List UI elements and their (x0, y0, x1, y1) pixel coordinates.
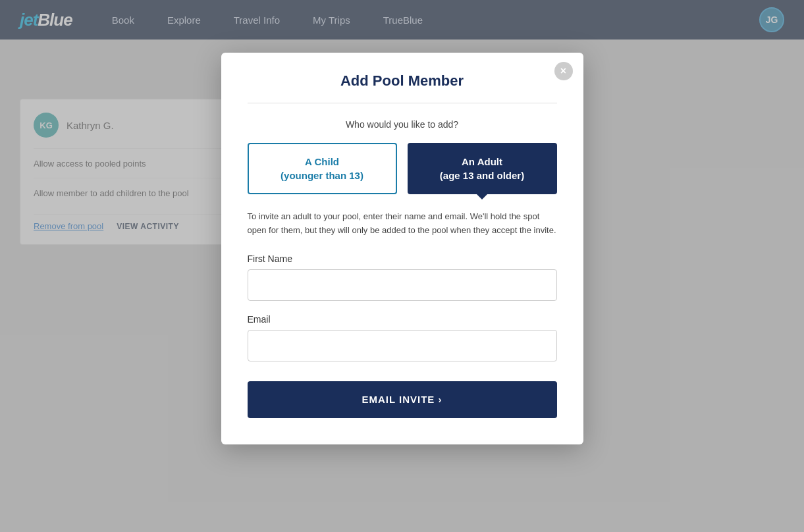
adult-type-button[interactable]: An Adult (age 13 and older) (408, 143, 557, 194)
modal-overlay: × Add Pool Member Who would you like to … (0, 0, 804, 532)
child-btn-line2: (younger than 13) (281, 170, 363, 181)
adult-btn-line2: (age 13 and older) (440, 170, 524, 181)
email-group: Email (248, 314, 557, 361)
first-name-group: First Name (248, 253, 557, 301)
member-type-buttons: A Child (younger than 13) An Adult (age … (248, 143, 557, 194)
email-input[interactable] (248, 330, 557, 361)
modal-subtitle: Who would you like to add? (248, 119, 557, 130)
modal-close-button[interactable]: × (554, 62, 573, 80)
add-pool-member-modal: × Add Pool Member Who would you like to … (221, 53, 583, 444)
modal-title: Add Pool Member (248, 72, 557, 90)
email-label: Email (248, 314, 557, 325)
first-name-label: First Name (248, 253, 557, 264)
child-type-button[interactable]: A Child (younger than 13) (248, 143, 397, 194)
modal-divider (248, 103, 557, 103)
invite-description: To invite an adult to your pool, enter t… (248, 210, 557, 238)
first-name-input[interactable] (248, 269, 557, 301)
email-invite-button[interactable]: EMAIL INVITE › (248, 381, 557, 418)
child-btn-line1: A Child (305, 156, 339, 167)
adult-btn-line1: An Adult (462, 156, 502, 167)
